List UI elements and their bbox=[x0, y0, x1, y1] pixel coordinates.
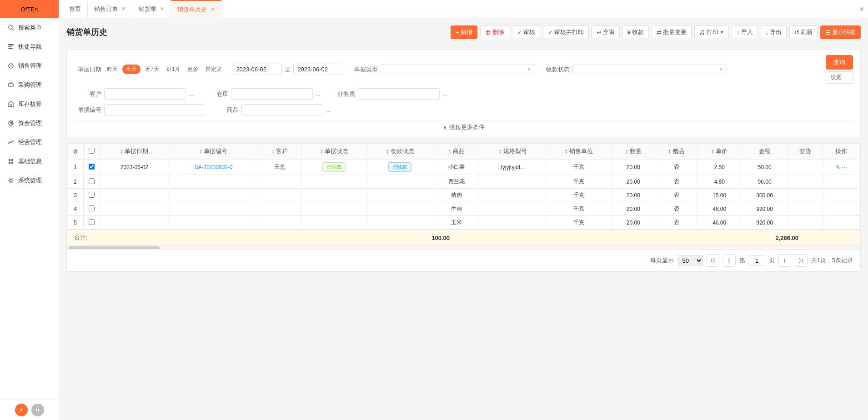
date-from-input[interactable] bbox=[232, 64, 282, 75]
th-settings[interactable]: ⚙ bbox=[67, 144, 84, 160]
next-page-btn[interactable]: ⟩ bbox=[778, 254, 791, 267]
show-detail-button[interactable]: ☰ 显示明细 bbox=[820, 25, 861, 39]
row-checkbox[interactable] bbox=[89, 192, 95, 198]
salesperson-ellipsis[interactable]: ... bbox=[442, 90, 447, 97]
audit-button[interactable]: ✓ 审核 bbox=[512, 25, 540, 39]
sidebar-collapse-btn[interactable] bbox=[15, 404, 28, 416]
import-button[interactable]: ↑ 导入 bbox=[732, 25, 758, 39]
date-yesterday-btn[interactable]: 昨天 bbox=[104, 65, 120, 74]
delete-icon: 🗑 bbox=[485, 29, 491, 36]
delete-button[interactable]: 🗑 删除 bbox=[480, 25, 509, 39]
sidebar-item-label: 销售管理 bbox=[18, 62, 42, 70]
audit-print-button[interactable]: ✓ 审核并打印 bbox=[543, 25, 589, 39]
scroll-thumb[interactable] bbox=[69, 246, 160, 249]
sidebar-item-sales-mgmt[interactable]: 销售管理 bbox=[0, 56, 59, 75]
first-page-btn[interactable]: ⟨⟨ bbox=[707, 254, 719, 267]
collect-button[interactable]: ¥ 收款 bbox=[622, 25, 649, 39]
tab-home[interactable]: 首页 bbox=[63, 0, 88, 18]
edit-action-btn[interactable]: ✎ bbox=[836, 164, 840, 170]
add-button[interactable]: + 新增 bbox=[451, 25, 477, 39]
sidebar-item-operations[interactable]: 经营管理 bbox=[0, 133, 59, 152]
svg-rect-6 bbox=[9, 83, 13, 87]
filter-row-3: 单据编号 商品 ... bbox=[74, 104, 853, 115]
cell-doc-status bbox=[301, 189, 367, 202]
sidebar-item-system-mgmt[interactable]: 系统管理 bbox=[0, 171, 59, 190]
tab-sales-goods-close[interactable]: ✕ bbox=[160, 6, 164, 12]
cell-amount: 920.00 bbox=[741, 216, 788, 230]
last-page-btn[interactable]: ⟩⟩ bbox=[795, 254, 808, 267]
sidebar-pause-btn[interactable] bbox=[31, 404, 44, 416]
batch-change-button[interactable]: ⇄ 批量变更 bbox=[652, 25, 692, 39]
goods-input[interactable] bbox=[241, 104, 323, 115]
collapse-btn[interactable]: ∧ 收起更多条件 bbox=[74, 120, 853, 131]
print-button[interactable]: 🖨 打印 ▼ bbox=[694, 25, 729, 39]
customer-ellipsis[interactable]: ... bbox=[189, 90, 194, 97]
row-checkbox[interactable] bbox=[89, 205, 95, 211]
doc-no-link[interactable]: SA-20230602-0 bbox=[194, 164, 232, 170]
cell-unit: 千克 bbox=[546, 175, 612, 189]
date-last7days-btn[interactable]: 近7天 bbox=[142, 65, 162, 74]
svg-rect-11 bbox=[11, 159, 13, 161]
tab-sales-history-close[interactable]: ✕ bbox=[211, 6, 215, 12]
setting-button[interactable]: 设置 bbox=[826, 71, 853, 84]
th-unit: ↕ 销售单位 bbox=[546, 144, 612, 160]
sidebar-item-label: 基础信息 bbox=[18, 157, 42, 165]
sidebar-item-base-info[interactable]: 基础信息 bbox=[0, 152, 59, 171]
doc-status-badge: 已生效 bbox=[322, 162, 346, 172]
sidebar-item-search-menu[interactable]: 搜索菜单 bbox=[0, 18, 59, 37]
doc-type-select[interactable]: ▼ bbox=[381, 65, 535, 74]
page-input[interactable] bbox=[749, 255, 765, 266]
th-amount: 金额 bbox=[741, 144, 788, 160]
more-action-btn[interactable]: ⋯ bbox=[842, 164, 847, 170]
row-checkbox[interactable] bbox=[89, 219, 95, 225]
warehouse-input[interactable] bbox=[231, 88, 313, 100]
date-today-btn[interactable]: 今天 bbox=[122, 65, 140, 74]
sidebar-item-purchase-mgmt[interactable]: 采购管理 bbox=[0, 75, 59, 95]
doc-no-input[interactable] bbox=[104, 104, 204, 115]
window-close-btn[interactable]: ✕ bbox=[859, 5, 864, 13]
prev-page-btn[interactable]: ⟨ bbox=[723, 254, 736, 267]
sidebar-item-inventory[interactable]: 库存核算 bbox=[0, 95, 59, 114]
table-settings-icon[interactable]: ⚙ bbox=[73, 148, 78, 155]
tab-sales-order-close[interactable]: ✕ bbox=[121, 6, 125, 12]
customer-input[interactable] bbox=[104, 88, 186, 100]
export-button[interactable]: ↓ 导出 bbox=[761, 25, 787, 39]
select-all-checkbox[interactable] bbox=[89, 148, 95, 154]
cell-goods: 牛肉 bbox=[433, 202, 480, 216]
per-page-label: 每页显示 bbox=[650, 256, 674, 265]
goods-ellipsis[interactable]: ... bbox=[326, 106, 331, 113]
cell-checkbox bbox=[84, 160, 100, 175]
cell-row-num: 2 bbox=[67, 175, 84, 189]
warehouse-ellipsis[interactable]: ... bbox=[316, 90, 321, 97]
svg-point-14 bbox=[10, 180, 12, 182]
filter-warehouse-item: 仓库 ... bbox=[201, 88, 321, 100]
per-page-select[interactable]: 50 100 200 bbox=[677, 255, 703, 266]
table-row: 1 2023-06-02 SA-20230602-0 王总 已生效 已收款 小白… bbox=[67, 160, 860, 175]
row-checkbox[interactable] bbox=[89, 164, 95, 170]
sidebar-item-quick-nav[interactable]: 快捷导航 bbox=[0, 37, 59, 56]
date-custom-btn[interactable]: 自定义 bbox=[203, 65, 225, 74]
date-to-input[interactable] bbox=[293, 64, 343, 75]
sidebar-item-finance[interactable]: ¥ 资金管理 bbox=[0, 114, 59, 133]
cell-doc-no bbox=[169, 189, 258, 202]
date-more-btn[interactable]: 更多 bbox=[185, 65, 201, 74]
tab-bar-right: ✕ bbox=[859, 5, 864, 13]
cell-customer bbox=[258, 189, 301, 202]
filter-date-item: 单据日期 昨天 今天 近7天 近1月 更多 自定义 bbox=[74, 65, 225, 74]
sidebar-item-label: 资金管理 bbox=[18, 119, 42, 127]
tab-sales-history[interactable]: 销货单历史 ✕ bbox=[171, 0, 221, 18]
tab-home-label: 首页 bbox=[69, 5, 81, 13]
date-last1month-btn[interactable]: 近1月 bbox=[164, 65, 183, 74]
salesperson-input[interactable] bbox=[358, 88, 440, 100]
refresh-button[interactable]: ↺ 刷新 bbox=[789, 25, 818, 39]
collect-icon: ¥ bbox=[627, 29, 631, 36]
row-checkbox[interactable] bbox=[89, 178, 95, 184]
tab-sales-order[interactable]: 销售订单 ✕ bbox=[88, 0, 132, 18]
cell-checkbox bbox=[84, 216, 100, 230]
discard-button[interactable]: ↩ 弃审 bbox=[592, 25, 620, 39]
horizontal-scrollbar[interactable] bbox=[67, 245, 860, 249]
payment-status-select[interactable]: ▼ bbox=[572, 65, 727, 74]
query-button[interactable]: 查询 bbox=[826, 55, 853, 70]
tab-sales-goods[interactable]: 销货单 ✕ bbox=[132, 0, 171, 18]
cell-transaction bbox=[788, 175, 823, 189]
